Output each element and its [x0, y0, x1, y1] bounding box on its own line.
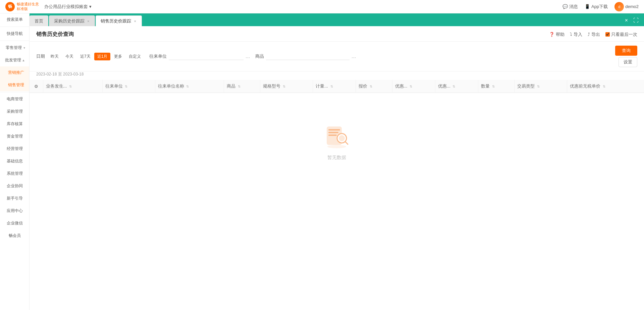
- empty-state: 暂无数据: [30, 93, 644, 188]
- app-download-action[interactable]: 📱 App下载: [585, 4, 608, 10]
- sidebar-item-inventory[interactable]: 库存核算: [0, 118, 29, 130]
- tab-purchase-history-label: 采购历史价跟踪: [54, 18, 85, 24]
- tab-maximize-icon[interactable]: ⛶: [632, 17, 640, 24]
- top-bar-right: 💬 消息 📱 App下载 d demo2: [562, 2, 639, 11]
- sidebar-item-member[interactable]: 畅会员: [0, 229, 29, 242]
- date-filter-label: 日期: [36, 53, 45, 59]
- sidebar-item-search[interactable]: 搜索菜单: [0, 13, 29, 26]
- partner-filter-label: 往来单位: [149, 53, 167, 59]
- page-header-actions: ❓ 帮助 ⤵ 导入 ⤴ 导出 只看最后一次: [549, 32, 637, 38]
- date-btn-today[interactable]: 今天: [62, 53, 76, 60]
- app-icon: 📱: [585, 4, 590, 9]
- sidebar-item-basic-info-label: 基础信息: [4, 158, 25, 164]
- th-spec[interactable]: 规格型号 ⇅: [260, 80, 313, 93]
- sort-icon: ⇅: [238, 85, 240, 88]
- sidebar-item-quick-nav[interactable]: 快捷导航: [0, 28, 29, 40]
- th-trade-type[interactable]: 交易类型 ⇅: [515, 80, 567, 93]
- settings-button[interactable]: 设置: [619, 57, 637, 67]
- goods-filter: 商品 ...: [255, 53, 356, 60]
- partner-dots[interactable]: ...: [246, 53, 250, 59]
- sidebar-item-finance-label: 资金管理: [4, 134, 25, 139]
- sidebar-item-wholesale[interactable]: 批发管理 ▲: [0, 54, 29, 66]
- sidebar-item-member-label: 畅会员: [4, 233, 25, 239]
- sort-icon: ⇅: [410, 85, 412, 88]
- top-bar-left: 畅 畅捷通好生意 标准版 办公用品行业模拟账套 ▾: [5, 2, 94, 11]
- export-action[interactable]: ⤴ 导出: [588, 32, 600, 38]
- th-pre-tax-price[interactable]: 优惠前无税单价 ⇅: [567, 80, 644, 93]
- sort-icon: ⇅: [69, 85, 72, 88]
- sidebar-item-finance[interactable]: 资金管理: [0, 130, 29, 143]
- help-icon: ❓: [549, 32, 554, 37]
- sidebar-item-wechat[interactable]: 企业微信: [0, 217, 29, 229]
- sidebar-item-operations[interactable]: 经营管理: [0, 143, 29, 155]
- tab-sales-history[interactable]: 销售历史价跟踪 ×: [96, 15, 142, 26]
- date-btn-more[interactable]: 更多: [111, 53, 125, 60]
- date-range-text: 2023-02-18 至 2023-03-18: [36, 72, 84, 76]
- th-goods[interactable]: 商品 ⇅: [224, 80, 260, 93]
- sort-icon: ⇅: [537, 85, 540, 88]
- settings-icon[interactable]: ⚙: [34, 84, 38, 89]
- sidebar-item-system[interactable]: 系统管理: [0, 167, 29, 180]
- sort-icon: ⇅: [492, 85, 495, 88]
- svg-rect-2: [328, 129, 340, 131]
- date-btn-1month[interactable]: 近1月: [94, 53, 111, 60]
- import-action[interactable]: ⤵ 导入: [570, 32, 582, 38]
- th-partner-code[interactable]: 往来单位 ⇅: [102, 80, 155, 93]
- partner-input[interactable]: [169, 53, 244, 60]
- close-tab-sales-icon[interactable]: ×: [133, 19, 137, 23]
- help-action[interactable]: ❓ 帮助: [549, 32, 565, 38]
- th-discount1[interactable]: 优惠... ⇅: [392, 80, 435, 93]
- sidebar-item-retail-label: 零售管理: [4, 45, 23, 51]
- tab-sales-history-label: 销售历史价跟踪: [101, 18, 131, 24]
- sidebar-item-app-center[interactable]: 应用中心: [0, 205, 29, 217]
- message-icon: 💬: [562, 4, 568, 9]
- sidebar-item-guide[interactable]: 新手引导: [0, 192, 29, 205]
- sidebar-item-ecommerce[interactable]: 电商管理: [0, 93, 29, 105]
- app-selector[interactable]: 办公用品行业模拟账套 ▾: [42, 3, 94, 10]
- tab-purchase-history[interactable]: 采购历史价跟踪 ×: [49, 15, 95, 26]
- th-qty[interactable]: 数量 ⇅: [478, 80, 515, 93]
- sidebar-item-enterprise[interactable]: 企业协同: [0, 180, 29, 192]
- tab-home[interactable]: 首页: [30, 15, 48, 26]
- import-icon: ⤵: [570, 32, 572, 37]
- th-partner-name[interactable]: 往来单位名称 ⇅: [155, 80, 224, 93]
- filter-action-buttons: 查询 设置: [615, 46, 637, 67]
- user-area[interactable]: d demo2: [614, 2, 639, 11]
- filter-bar: 日期 昨天 今天 近7天 近1月 更多 自定义 往来单位 ...: [30, 42, 644, 71]
- date-btn-custom[interactable]: 自定义: [126, 53, 144, 60]
- chevron-down-icon: ▾: [89, 4, 92, 9]
- sidebar-item-purchase-label: 采购管理: [4, 109, 25, 114]
- close-tab-purchase-icon[interactable]: ×: [87, 19, 90, 23]
- logo-text: 畅捷通好生意 标准版: [17, 2, 39, 11]
- sidebar-item-marketing[interactable]: 营销推广: [0, 66, 29, 79]
- only-last-wrap[interactable]: 只看最后一次: [605, 32, 637, 38]
- th-unit[interactable]: 计量... ⇅: [313, 80, 356, 93]
- sidebar-item-system-label: 系统管理: [4, 171, 25, 176]
- sidebar-item-basic-info[interactable]: 基础信息: [0, 155, 29, 167]
- sort-icon: ⇅: [186, 85, 189, 88]
- goods-dots[interactable]: ...: [352, 53, 356, 59]
- sidebar-item-wholesale-label: 批发管理: [4, 57, 22, 63]
- date-btn-yesterday[interactable]: 昨天: [48, 53, 62, 60]
- th-discount2[interactable]: 优惠... ⇅: [435, 80, 478, 93]
- th-settings: ⚙: [30, 80, 43, 93]
- date-range-row: 2023-02-18 至 2023-03-18: [30, 71, 644, 80]
- th-biz-date[interactable]: 业务发生... ⇅: [43, 80, 102, 93]
- date-btn-7days[interactable]: 近7天: [77, 53, 94, 60]
- svg-line-7: [345, 142, 348, 144]
- page-header: 销售历史价查询 ❓ 帮助 ⤵ 导入 ⤴ 导出: [30, 26, 644, 42]
- data-table: ⚙ 业务发生... ⇅ 往来单位 ⇅ 往来单位名称: [30, 80, 644, 93]
- sidebar-item-purchase[interactable]: 采购管理: [0, 105, 29, 118]
- sidebar-item-retail[interactable]: 零售管理 ▾: [0, 42, 29, 54]
- sidebar-item-inventory-label: 库存核算: [4, 121, 25, 127]
- date-filter-buttons: 昨天 今天 近7天 近1月 更多 自定义: [48, 53, 144, 60]
- only-last-checkbox[interactable]: [605, 32, 610, 37]
- th-price[interactable]: 报价 ⇅: [356, 80, 392, 93]
- message-action[interactable]: 💬 消息: [562, 4, 578, 10]
- query-button[interactable]: 查询: [615, 46, 637, 56]
- tab-close-all-icon[interactable]: ×: [624, 17, 629, 24]
- only-last-label: 只看最后一次: [611, 32, 637, 38]
- sidebar-item-sales-mgmt[interactable]: 销售管理: [0, 79, 29, 91]
- goods-input[interactable]: [266, 53, 350, 60]
- date-filter-group: 日期 昨天 今天 近7天 近1月 更多 自定义: [36, 53, 144, 60]
